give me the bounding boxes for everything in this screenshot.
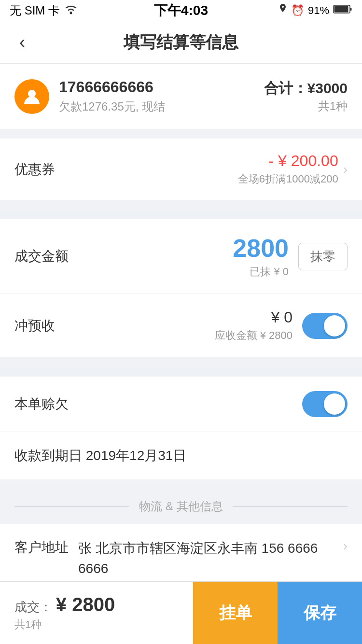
- alarm-icon: ⏰: [291, 4, 304, 17]
- customer-phone: 17666666666: [59, 78, 165, 96]
- due-date-content: 收款到期日 2019年12月31日: [14, 447, 186, 465]
- credit-row: 本单赊欠: [0, 377, 362, 432]
- coupon-right: - ¥ 200.00 全场6折满1000减200 ›: [238, 152, 348, 186]
- battery-icon: [333, 4, 352, 17]
- bottom-deal-label: 成交：: [14, 600, 52, 614]
- prepayment-toggle[interactable]: [302, 313, 348, 339]
- prepayment-row: 冲预收 ¥ 0 应收金额 ¥ 2800: [0, 294, 362, 357]
- status-left: 无 SIM 卡: [10, 3, 78, 18]
- svg-point-0: [70, 12, 72, 14]
- prepayment-amount: ¥ 0: [215, 308, 292, 326]
- address-chevron: ›: [343, 538, 348, 554]
- svg-rect-3: [350, 8, 352, 11]
- credit-right: [302, 391, 348, 417]
- divider-line-right: [233, 506, 348, 507]
- deal-amount-section: 成交金额 2800 已抹 ¥ 0 抹零 冲预收 ¥ 0 应收金额 ¥ 2800: [0, 219, 362, 357]
- wifi-icon: [64, 4, 78, 17]
- sim-status: 无 SIM 卡: [10, 3, 60, 18]
- round-zero-button[interactable]: 抹零: [298, 243, 348, 270]
- bottom-bar: 成交： ¥ 2800 共1种 挂单 保存: [0, 581, 362, 644]
- pending-button[interactable]: 挂单: [193, 582, 278, 644]
- coupon-label: 优惠券: [14, 160, 55, 179]
- due-date-value: 2019年12月31日: [86, 448, 187, 463]
- deal-amount-note: 已抹 ¥ 0: [233, 265, 289, 279]
- deal-amount-info: 2800 已抹 ¥ 0: [233, 234, 289, 279]
- customer-card: 17666666666 欠款1276.35元, 现结 合计：¥3000 共1种: [0, 64, 362, 129]
- prepayment-right: ¥ 0 应收金额 ¥ 2800: [215, 308, 348, 343]
- total-count: 共1种: [264, 98, 348, 114]
- logistics-divider: 物流 & 其他信息: [0, 489, 362, 524]
- svg-rect-2: [334, 6, 348, 13]
- bottom-count: 共1种: [14, 617, 179, 632]
- divider-line-left: [14, 506, 129, 507]
- deal-amount-right: 2800 已抹 ¥ 0 抹零: [233, 234, 348, 279]
- credit-section: 本单赊欠 收款到期日 2019年12月31日: [0, 377, 362, 479]
- bottom-amount: ¥ 2800: [56, 594, 115, 615]
- customer-debt: 欠款1276.35元, 现结: [59, 99, 165, 114]
- status-right: ⏰ 91%: [278, 4, 352, 17]
- coupon-desc: 全场6折满1000减200: [238, 172, 338, 186]
- back-button[interactable]: ‹: [14, 28, 30, 57]
- page-title: 填写结算等信息: [124, 31, 238, 54]
- credit-label: 本单赊欠: [14, 395, 69, 413]
- bottom-summary: 成交： ¥ 2800 共1种: [0, 594, 193, 632]
- bottom-deal-row: 成交： ¥ 2800: [14, 594, 179, 616]
- battery-text: 91%: [308, 4, 329, 17]
- prepayment-note: 应收金额 ¥ 2800: [215, 328, 292, 343]
- prepayment-info: ¥ 0 应收金额 ¥ 2800: [215, 308, 292, 343]
- divider-1: [0, 210, 362, 219]
- divider-2: [0, 367, 362, 377]
- status-time: 下午4:03: [154, 1, 208, 20]
- svg-point-4: [28, 90, 36, 98]
- due-date-label: 收款到期日: [14, 448, 82, 463]
- deal-amount-label: 成交金额: [14, 247, 69, 266]
- customer-left: 17666666666 欠款1276.35元, 现结: [14, 78, 165, 114]
- coupon-chevron: ›: [343, 162, 348, 177]
- save-button[interactable]: 保存: [278, 582, 362, 644]
- coupon-row[interactable]: 优惠券 - ¥ 200.00 全场6折满1000减200 ›: [0, 139, 362, 200]
- deal-amount-value: 2800: [233, 234, 289, 263]
- status-bar: 无 SIM 卡 下午4:03 ⏰ 91%: [0, 0, 362, 21]
- address-label: 客户地址: [14, 538, 69, 557]
- prepayment-toggle-thumb: [324, 315, 345, 336]
- coupon-discount: - ¥ 200.00: [238, 152, 338, 170]
- logistics-label: 物流 & 其他信息: [139, 499, 223, 514]
- deal-amount-row: 成交金额 2800 已抹 ¥ 0 抹零: [0, 219, 362, 294]
- coupon-info: - ¥ 200.00 全场6折满1000减200: [238, 152, 338, 186]
- due-date-row: 收款到期日 2019年12月31日: [0, 432, 362, 479]
- credit-toggle[interactable]: [302, 391, 348, 417]
- total-amount: 合计：¥3000: [264, 79, 348, 98]
- prepayment-label: 冲预收: [14, 317, 55, 335]
- nav-bar: ‹ 填写结算等信息: [0, 21, 362, 64]
- credit-toggle-thumb: [324, 393, 345, 415]
- customer-info: 17666666666 欠款1276.35元, 现结: [59, 78, 165, 114]
- customer-total: 合计：¥3000 共1种: [264, 79, 348, 114]
- main-content: 17666666666 欠款1276.35元, 现结 合计：¥3000 共1种 …: [0, 64, 362, 644]
- avatar: [14, 79, 49, 114]
- location-icon: [278, 4, 287, 17]
- address-content: 张 北京市市辖区海淀区永丰南 156 6666 6666: [78, 538, 343, 579]
